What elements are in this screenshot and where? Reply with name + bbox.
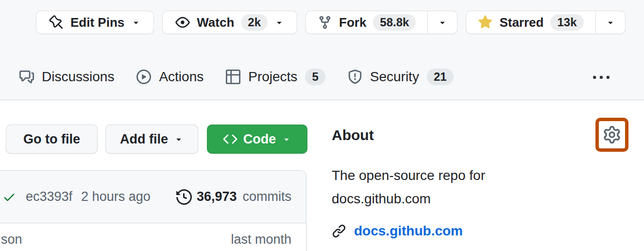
chevron-down-icon [174,134,184,144]
add-file-button[interactable]: Add file [105,125,198,154]
watch-count-badge: 2k [241,14,268,31]
kebab-horizontal-icon [593,70,610,86]
star-count-badge: 13k [550,14,583,31]
watch-label: Watch [197,15,234,30]
table-icon [226,70,240,84]
shield-icon [348,70,362,84]
tab-actions[interactable]: Actions [125,61,215,92]
about-description-line: docs.github.com [332,187,485,211]
go-to-file-button[interactable]: Go to file [6,125,98,154]
commit-count: 36,973 [197,189,237,204]
fork-button[interactable]: Fork 58.8k [306,11,427,34]
website-link[interactable]: docs.github.com [354,223,463,239]
starred-label: Starred [499,15,543,30]
file-updated-time: last month [231,232,291,247]
file-name-fragment[interactable]: son [1,232,22,247]
code-icon [223,132,237,146]
tab-label: Security [370,69,419,85]
fork-label: Fork [339,15,366,30]
file-browser-panel: ec3393f 2 hours ago 36,973 commits son l… [0,170,306,251]
commits-label: commits [243,189,292,204]
go-to-file-label: Go to file [23,132,80,147]
code-label: Code [243,132,276,147]
repo-forked-icon [318,15,332,30]
star-dropdown-button[interactable] [595,11,625,34]
about-description: The open-source repo for docs.github.com [332,164,485,211]
chevron-down-icon [606,18,615,27]
chevron-down-icon [282,134,291,144]
eye-icon [175,15,190,30]
latest-commit-bar: ec3393f 2 hours ago 36,973 commits [0,171,306,223]
chevron-down-icon [274,18,284,27]
chevron-down-icon [438,18,447,27]
code-button[interactable]: Code [207,125,307,154]
commit-history-link[interactable]: 36,973 commits [176,189,291,205]
tab-overflow-button[interactable] [588,67,615,89]
commit-time: 2 hours ago [81,189,151,204]
link-icon [332,224,346,238]
starred-button[interactable]: Starred 13k [466,11,595,34]
tab-projects[interactable]: Projects 5 [215,61,337,92]
tab-discussions[interactable]: Discussions [8,61,125,92]
history-icon [176,189,192,205]
pin-icon [49,15,64,30]
comment-discussion-icon [19,70,34,84]
repo-header: Edit Pins Watch 2k Fork 58.8k [0,0,644,100]
repo-tab-nav: Discussions Actions Projects 5 Security … [8,61,465,92]
star-button-group: Starred 13k [466,11,625,34]
chevron-down-icon [131,18,141,27]
tab-security[interactable]: Security 21 [337,61,465,92]
gear-icon [603,126,621,143]
repo-page: Edit Pins Watch 2k Fork 58.8k [0,0,644,251]
tab-label: Discussions [42,69,114,85]
projects-count-badge: 5 [305,69,325,86]
about-title: About [332,127,374,143]
about-website-row: docs.github.com [332,223,463,239]
watch-button[interactable]: Watch 2k [162,11,297,34]
play-icon [136,70,151,84]
star-fill-icon [478,15,492,30]
repo-content: Go to file Add file Code About The open-… [0,101,644,251]
repo-settings-highlight[interactable] [595,118,628,152]
edit-pins-button[interactable]: Edit Pins [36,11,154,34]
commit-sha-link[interactable]: ec3393f [26,189,72,204]
add-file-label: Add file [120,132,168,147]
security-count-badge: 21 [427,69,454,86]
repo-action-buttons: Edit Pins Watch 2k Fork 58.8k [36,11,626,34]
tab-label: Actions [159,69,203,85]
fork-button-group: Fork 58.8k [305,11,458,34]
tab-label: Projects [248,69,297,85]
about-description-line: The open-source repo for [332,164,485,187]
check-icon [2,190,16,204]
file-row: son last month [0,223,306,251]
fork-count-badge: 58.8k [373,14,416,31]
fork-dropdown-button[interactable] [427,11,457,34]
edit-pins-label: Edit Pins [70,15,124,30]
